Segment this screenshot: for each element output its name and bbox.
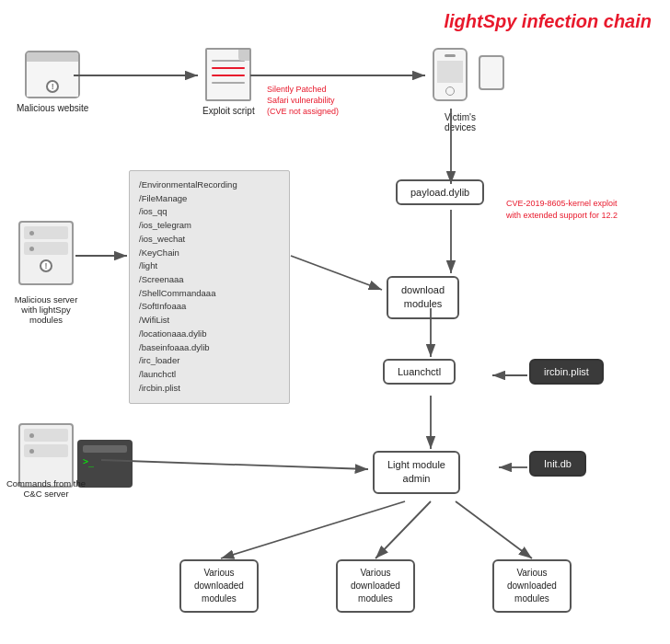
list-item: /KeyChain: [139, 247, 280, 260]
exploit-script-label: Exploit script: [202, 106, 255, 116]
server-dot-b2: [29, 449, 34, 454]
download-modules-label: download modules: [387, 276, 459, 319]
exploit-script-node: Exploit script: [202, 48, 255, 116]
dl-label-1: Various downloaded modules: [179, 559, 259, 613]
server-icon-mid: !: [18, 221, 74, 285]
list-item: /EnvironmentalRecording: [139, 178, 280, 192]
list-item: /launchctl: [139, 368, 280, 382]
document-icon: [205, 48, 251, 101]
init-db-label: Init.db: [529, 451, 586, 477]
ircbin-label: ircbin.plist: [529, 359, 604, 385]
payload-label: payload.dylib: [396, 179, 484, 205]
download-modules-box: download modules: [387, 276, 459, 319]
payload-box: payload.dylib: [396, 179, 484, 205]
svg-text:Silently Patched: Silently Patched: [267, 85, 327, 94]
list-item: /ios_qq: [139, 205, 280, 219]
luanchctl-label: Luanchctl: [383, 359, 456, 385]
server-mid-label: Malicious server with lightSpy modules: [9, 294, 83, 325]
luanchctl-box: Luanchctl: [383, 359, 456, 385]
server-dot-b1: [29, 433, 34, 438]
server-dot-2: [29, 247, 34, 251]
server-slab-1: [24, 226, 68, 239]
init-db-box: Init.db: [529, 451, 586, 477]
server-slab-b2: [24, 444, 68, 457]
malicious-website-label: Malicious website: [17, 103, 88, 113]
svg-line-17: [375, 501, 431, 558]
svg-line-16: [221, 501, 405, 558]
browser-body: !: [27, 62, 78, 97]
cc-server-label: Commands from the C&C server: [5, 478, 87, 499]
light-module-box: Light module admin: [373, 451, 460, 494]
browser-top-bar: [27, 52, 78, 62]
phone-home: [445, 86, 455, 96]
svg-line-10: [291, 256, 382, 290]
exclaim-icon: !: [46, 80, 59, 93]
doc-line-3: [212, 75, 245, 76]
server-slab-2: [24, 242, 68, 255]
cve-annotation: CVE-2019-8605-kernel exploit with extend…: [506, 198, 626, 221]
dl-label-2: Various downloaded modules: [336, 559, 415, 613]
main-container: lightSpy infection chain ! Malicious web…: [0, 0, 670, 644]
list-item: /baseinfoaaa.dylib: [139, 341, 280, 355]
module-list-box: /EnvironmentalRecording /FileManage /ios…: [129, 170, 290, 404]
downloaded-modules-box-2: Various downloaded modules: [336, 559, 415, 613]
doc-line-2: [212, 67, 245, 69]
svg-line-15: [101, 460, 368, 469]
tablet-icon: [479, 55, 504, 90]
phone-icon: [433, 48, 468, 101]
doc-line-4: [212, 82, 245, 84]
list-item: /Screenaaa: [139, 273, 280, 287]
ircbin-box: ircbin.plist: [529, 359, 604, 385]
list-item: /ios_telegram: [139, 219, 280, 233]
list-item: /locationaaa.dylib: [139, 328, 280, 341]
victims-devices-node: Victim's devices: [428, 48, 492, 132]
list-item: /light: [139, 259, 280, 273]
server-slab-b1: [24, 429, 68, 442]
downloaded-modules-box-3: Various downloaded modules: [492, 559, 572, 613]
page-title: lightSpy infection chain: [444, 11, 652, 32]
phone-screen: [437, 61, 462, 83]
svg-text:(CVE not assigned): (CVE not assigned): [267, 107, 339, 116]
server-exclaim: !: [40, 259, 52, 272]
terminal-top-bar: [83, 445, 127, 453]
malicious-website-node: ! Malicious website: [17, 51, 88, 113]
victims-devices-label: Victim's devices: [428, 112, 492, 132]
list-item: /SoftInfoaaa: [139, 300, 280, 314]
list-item: /irc_loader: [139, 354, 280, 368]
dl-label-3: Various downloaded modules: [492, 559, 572, 613]
svg-line-18: [456, 501, 532, 558]
doc-fold: [238, 50, 249, 61]
phone-notch: [445, 54, 456, 57]
list-item: /FileManage: [139, 192, 280, 206]
list-item: /ios_wechat: [139, 233, 280, 247]
list-item: /WifiList: [139, 314, 280, 328]
downloaded-modules-box-1: Various downloaded modules: [179, 559, 259, 613]
server-dot-1: [29, 231, 34, 236]
terminal-text: >_: [83, 456, 127, 466]
light-module-label: Light module admin: [373, 451, 460, 494]
list-item: /ShellCommandaaa: [139, 287, 280, 301]
server-mid-node: !: [18, 221, 74, 285]
svg-text:Safari vulnerability: Safari vulnerability: [267, 96, 335, 105]
list-item: /ircbin.plist: [139, 382, 280, 396]
browser-icon: !: [25, 51, 80, 98]
arrows-overlay: Silently Patched Safari vulnerability (C…: [0, 0, 670, 644]
